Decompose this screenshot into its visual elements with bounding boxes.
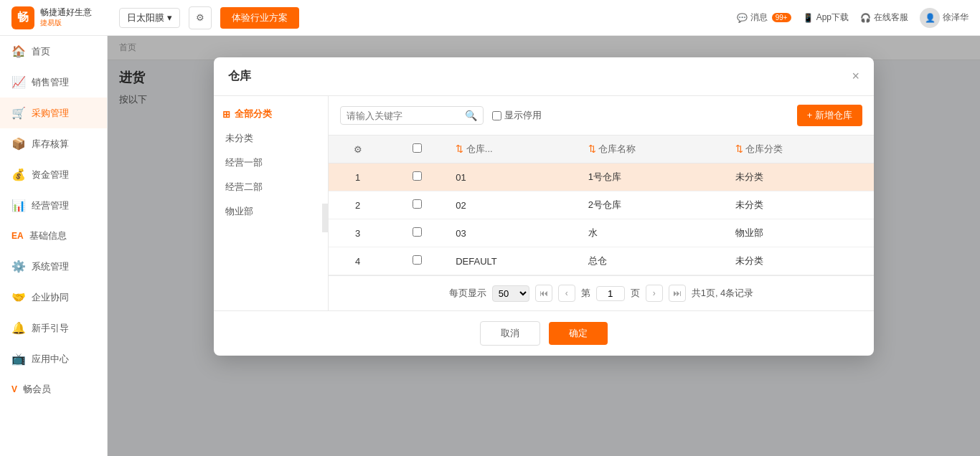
search-input[interactable]: [347, 110, 465, 121]
online-service-group[interactable]: 🎧 在线客服: [860, 11, 908, 24]
row-code-3: 03: [447, 219, 580, 247]
table-row[interactable]: 1 01 1号仓库 未分类: [329, 163, 874, 191]
sidebar-item-home[interactable]: 🏠 首页: [0, 36, 107, 67]
next-page-button[interactable]: ›: [646, 285, 663, 302]
sidebar-label-enterprise: 企业协同: [32, 291, 69, 304]
row-checkbox-1[interactable]: [413, 171, 422, 181]
page-summary: 共1页, 4条记录: [692, 287, 754, 300]
guide-icon: 🔔: [11, 321, 26, 335]
row-check-4[interactable]: [387, 247, 447, 275]
messages-group[interactable]: 💬 消息 99+: [737, 11, 791, 24]
sidebar-label-inventory: 库存核算: [32, 138, 69, 151]
row-name-2: 2号仓库: [580, 191, 727, 219]
modal-body: ⊞ 全部分类 未分类 经营一部 经营二部 物业部 《: [214, 96, 874, 310]
table-row[interactable]: 2 02 2号仓库 未分类: [329, 191, 874, 219]
app-download-label: App下载: [816, 11, 849, 24]
category-item-property[interactable]: 物业部: [214, 199, 328, 224]
chevron-down-icon: ▾: [167, 12, 172, 23]
select-all-checkbox[interactable]: [413, 143, 422, 153]
all-category-label: 全部分类: [235, 108, 272, 120]
page-size-select[interactable]: 50 100 200: [492, 285, 529, 302]
row-checkbox-3[interactable]: [413, 227, 422, 237]
sidebar-item-purchase[interactable]: 🛒 采购管理: [0, 98, 107, 128]
member-icon: V: [11, 384, 17, 394]
appcenter-icon: 📺: [11, 352, 26, 366]
sidebar-item-finance[interactable]: 💰 资金管理: [0, 159, 107, 190]
table-toolbar: 🔍 显示停用 + 新增仓库: [329, 96, 874, 136]
show-disabled-text: 显示停用: [504, 109, 542, 122]
warehouse-modal: 仓库 × ⊞ 全部分类 未分类 经营一部 经营二部 物业部: [214, 57, 874, 356]
show-disabled-checkbox[interactable]: [492, 111, 501, 120]
modal-backdrop: 仓库 × ⊞ 全部分类 未分类 经营一部 经营二部 物业部: [108, 36, 980, 456]
prev-page-button[interactable]: ‹: [558, 285, 575, 302]
row-cat-2: 未分类: [727, 191, 874, 219]
sidebar-item-system[interactable]: ⚙️ 系统管理: [0, 251, 107, 282]
last-page-button[interactable]: ⏭: [669, 285, 686, 302]
logo-icon: 畅: [11, 6, 34, 29]
sidebar-item-sales[interactable]: 📈 销售管理: [0, 67, 107, 98]
row-cat-1: 未分类: [727, 163, 874, 191]
header-right: 💬 消息 99+ 📱 App下载 🎧 在线客服 👤 徐泽华: [737, 8, 969, 28]
messages-badge: 99+: [772, 13, 791, 22]
modal-header: 仓库 ×: [214, 57, 874, 96]
sidebar-item-enterprise[interactable]: 🤝 企业协同: [0, 282, 107, 313]
row-name-4: 总仓: [580, 247, 727, 275]
header-middle: 日太阳膜 ▾ ⚙ 体验行业方案: [119, 6, 737, 29]
row-check-3[interactable]: [387, 219, 447, 247]
settings-button[interactable]: ⚙: [189, 6, 212, 29]
sidebar-item-inventory[interactable]: 📦 库存核算: [0, 128, 107, 159]
sort-icon: ⇅: [456, 143, 463, 154]
table-header: ⚙ ⇅ 仓库... ⇅ 仓库名称: [329, 136, 874, 163]
sort-icon-cat: ⇅: [735, 143, 743, 154]
mobile-icon: 📱: [803, 13, 814, 23]
first-page-button[interactable]: ⏮: [535, 285, 552, 302]
table-area: 🔍 显示停用 + 新增仓库: [329, 96, 874, 310]
sidebar-label-home: 首页: [32, 45, 50, 58]
row-num-4: 4: [329, 247, 387, 275]
sidebar-item-guide[interactable]: 🔔 新手引导: [0, 313, 107, 343]
message-icon: 💬: [737, 13, 748, 23]
search-input-wrap: 🔍: [340, 106, 484, 125]
new-warehouse-button[interactable]: + 新增仓库: [797, 105, 862, 126]
trial-button[interactable]: 体验行业方案: [220, 7, 299, 29]
sidebar-label-guide: 新手引导: [32, 322, 69, 335]
table-row[interactable]: 3 03 水 物业部: [329, 219, 874, 247]
category-item-operations2[interactable]: 经营二部: [214, 175, 328, 199]
close-icon[interactable]: ×: [852, 69, 859, 84]
row-cat-4: 未分类: [727, 247, 874, 275]
warehouse-table: ⚙ ⇅ 仓库... ⇅ 仓库名称: [329, 136, 874, 275]
row-check-2[interactable]: [387, 191, 447, 219]
purchase-icon: 🛒: [11, 106, 26, 120]
row-checkbox-4[interactable]: [413, 255, 422, 265]
page-label: 第: [581, 287, 590, 300]
branch-selector[interactable]: 日太阳膜 ▾: [119, 8, 180, 28]
sidebar-item-basic[interactable]: EA 基础信息: [0, 221, 107, 251]
table-row[interactable]: 4 DEFAULT 总仓 未分类: [329, 247, 874, 275]
th-category: ⇅ 仓库分类: [727, 136, 874, 163]
all-category-item[interactable]: ⊞ 全部分类: [214, 102, 328, 126]
pagination: 每页显示 50 100 200 ⏮ ‹ 第 页 ›: [329, 275, 874, 310]
show-disabled-label[interactable]: 显示停用: [492, 109, 542, 122]
current-page-input[interactable]: [596, 286, 625, 301]
category-item-operations1[interactable]: 经营一部: [214, 151, 328, 175]
row-num-2: 2: [329, 191, 387, 219]
collapse-category-button[interactable]: 《: [322, 204, 329, 232]
sales-icon: 📈: [11, 75, 26, 89]
user-group[interactable]: 👤 徐泽华: [920, 8, 969, 28]
row-check-1[interactable]: [387, 163, 447, 191]
category-item-unclassified[interactable]: 未分类: [214, 126, 328, 151]
sidebar-label-appcenter: 应用中心: [32, 353, 69, 366]
sidebar-item-appcenter[interactable]: 📺 应用中心: [0, 343, 107, 374]
app-download-group[interactable]: 📱 App下载: [803, 11, 849, 24]
cancel-button[interactable]: 取消: [480, 321, 540, 346]
table-scroll: ⚙ ⇅ 仓库... ⇅ 仓库名称: [329, 136, 874, 275]
confirm-button[interactable]: 确定: [549, 322, 608, 345]
sidebar-item-operations[interactable]: 📊 经营管理: [0, 190, 107, 221]
row-cat-3: 物业部: [727, 219, 874, 247]
sidebar-label-basic: 基础信息: [29, 229, 67, 242]
sidebar-label-operations: 经营管理: [32, 199, 69, 212]
sidebar-label-sales: 销售管理: [32, 76, 69, 89]
row-checkbox-2[interactable]: [413, 199, 422, 209]
logo-text-area: 畅捷通好生意 捷易版: [40, 7, 92, 29]
sidebar-item-member[interactable]: V 畅会员: [0, 374, 107, 404]
